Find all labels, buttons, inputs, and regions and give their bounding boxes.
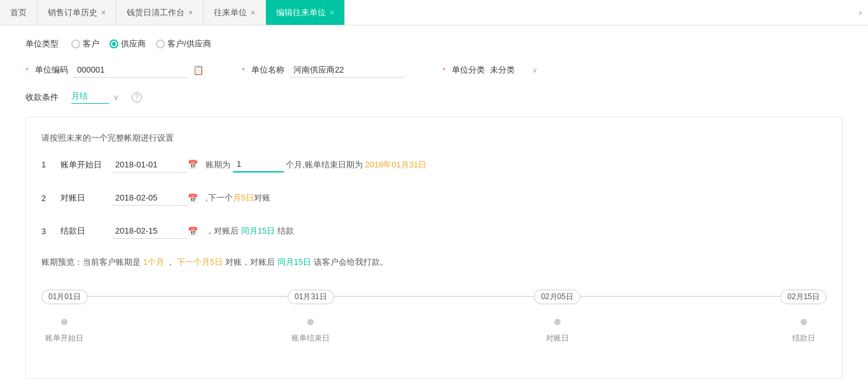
tl-badge-4: 02月15日 (780, 290, 827, 304)
start-date-cal-icon[interactable]: 📅 (188, 160, 198, 169)
main-content: 单位类型 客户 供应商 客户/供应商 * 单位编码 000001 📋 * (0, 25, 868, 387)
tl-badge-2: 01月31日 (288, 290, 334, 304)
tab-edit-partner[interactable]: 编辑往来单位 × (266, 0, 345, 25)
row-3-desc: ，对账后 (206, 225, 239, 237)
preview-pay-date: 同月15日 (277, 257, 311, 267)
payment-row: 收款条件 月结 ∨ ? (25, 90, 843, 104)
payment-arrow[interactable]: ∨ (113, 93, 119, 102)
tabs-bar: 首页 销售订单历史 × 钱货日清工作台 × 往来单位 × 编辑往来单位 × › (0, 0, 868, 25)
row-2-desc: ,下一个 (206, 192, 233, 204)
radio-customer-label: 客户 (83, 38, 99, 50)
tl-label-3: 对账日 (546, 333, 569, 344)
tab-sales-history-close[interactable]: × (101, 8, 106, 17)
setting-row-2: 2 对账日 📅 ,下一个月5日 对账 (41, 190, 827, 206)
radio-customer-circle (71, 39, 80, 48)
tab-cash-workbench[interactable]: 钱货日清工作台 × (116, 0, 204, 25)
timeline-point-4: 02月15日 结款日 (780, 290, 827, 344)
timeline-points: 01月01日 账单开始日 01月31日 账单结束日 02月05日 对账日 02月… (41, 290, 827, 344)
tab-home[interactable]: 首页 (0, 0, 38, 25)
row-2-desc2: 对账 (254, 192, 270, 204)
setting-row-1: 1 账单开始日 📅 账期为 个月,账单结束日期为 2018年01月31日 (41, 157, 827, 172)
row-2-month-highlight: 月5日 (233, 192, 254, 204)
row-3-desc2: 结款 (277, 225, 294, 237)
tl-dot-4 (801, 319, 807, 325)
payment-help-icon[interactable]: ? (132, 92, 142, 102)
tab-home-label: 首页 (10, 7, 27, 18)
preview-text: 账期预览：当前客户账期是 1个月 ， 下一个月5日 对账，对账后 同月15日 该… (41, 257, 827, 268)
preview-next-date: 下一个月5日 (177, 257, 223, 267)
row-1-label: 账单开始日 (60, 159, 111, 171)
recon-date-input[interactable] (111, 190, 188, 206)
unit-category-dropdown: 未分类 ∨ (490, 64, 538, 76)
row-3-teal-highlight: 同月15日 (241, 225, 275, 237)
timeline-point-2: 01月31日 账单结束日 (288, 290, 334, 344)
unit-category-arrow[interactable]: ∨ (532, 66, 538, 74)
start-date-input[interactable] (111, 157, 188, 172)
timeline: 01月01日 账单开始日 01月31日 账单结束日 02月05日 对账日 02月… (41, 283, 827, 363)
payment-dropdown: 月结 ∨ (71, 90, 119, 104)
tab-edit-partner-label: 编辑往来单位 (276, 7, 326, 18)
payment-date-input[interactable] (111, 223, 188, 239)
preview-period: 1个月 (143, 257, 164, 267)
tab-cash-workbench-label: 钱货日清工作台 (127, 7, 185, 18)
tab-edit-partner-close[interactable]: × (330, 8, 334, 17)
unit-category-value: 未分类 (490, 64, 528, 76)
unit-code-doc-icon[interactable]: 📋 (193, 65, 204, 75)
tab-sales-history[interactable]: 销售订单历史 × (38, 0, 116, 25)
row-3-label: 结款日 (60, 225, 111, 237)
row-1-num: 1 (41, 160, 60, 169)
row-1-end-date: 2018年01月31日 (365, 159, 427, 171)
unit-category-group: * 单位分类 未分类 ∨ (442, 64, 538, 76)
tl-label-2: 账单结束日 (291, 333, 330, 344)
unit-info-row: * 单位编码 000001 📋 * 单位名称 河南供应商22 * 单位分类 未分… (25, 62, 843, 78)
payment-label: 收款条件 (25, 92, 59, 103)
unit-category-required: * (442, 66, 445, 75)
row-3-num: 3 (41, 227, 60, 236)
payment-date-cal-icon[interactable]: 📅 (188, 227, 198, 236)
radio-customer-supplier-label: 客户/供应商 (167, 38, 211, 50)
unit-code-group: * 单位编码 000001 📋 (25, 62, 204, 78)
radio-customer-supplier[interactable]: 客户/供应商 (156, 38, 211, 50)
unit-code-required: * (25, 66, 29, 75)
tab-partner[interactable]: 往来单位 × (204, 0, 266, 25)
unit-name-required: * (242, 66, 245, 75)
radio-supplier-label: 供应商 (121, 38, 146, 50)
tl-dot-1 (61, 319, 67, 325)
settings-card: 请按照未来的一个完整帐期进行设置 1 账单开始日 📅 账期为 个月,账单结束日期… (25, 116, 843, 379)
tl-dot-2 (307, 319, 314, 325)
radio-supplier[interactable]: 供应商 (109, 38, 146, 50)
tab-sales-history-label: 销售订单历史 (48, 7, 97, 18)
preview-mid: 对账，对账后 (225, 257, 275, 267)
radio-customer[interactable]: 客户 (71, 38, 99, 50)
tl-label-1: 账单开始日 (45, 333, 83, 344)
period-input[interactable] (233, 157, 284, 172)
unit-code-label: 单位编码 (35, 64, 68, 76)
unit-type-radio-group: 客户 供应商 客户/供应商 (71, 38, 211, 50)
row-1-desc-prefix: 账期为 (206, 159, 230, 171)
row-1-desc-suffix: 个月,账单结束日期为 (286, 159, 363, 171)
tab-cash-workbench-close[interactable]: × (188, 8, 193, 17)
recon-date-cal-icon[interactable]: 📅 (188, 194, 198, 203)
tl-badge-1: 01月01日 (41, 290, 88, 304)
tl-badge-3: 02月05日 (534, 290, 580, 304)
unit-name-label: 单位名称 (251, 64, 284, 76)
tab-more-button[interactable]: › (853, 0, 868, 25)
radio-supplier-circle (109, 39, 118, 48)
preview-prefix: 账期预览：当前客户账期是 (41, 257, 141, 267)
radio-customer-supplier-circle (156, 39, 165, 48)
timeline-point-3: 02月05日 对账日 (534, 290, 580, 344)
row-2-num: 2 (41, 194, 60, 203)
timeline-point-1: 01月01日 账单开始日 (41, 290, 88, 344)
tab-partner-close[interactable]: × (251, 8, 255, 17)
unit-name-input[interactable]: 河南供应商22 (290, 62, 404, 78)
unit-type-row: 单位类型 客户 供应商 客户/供应商 (25, 38, 843, 50)
unit-type-label: 单位类型 (25, 38, 59, 50)
tl-dot-3 (554, 319, 561, 325)
payment-value: 月结 (71, 90, 109, 104)
preview-sep1: ， (166, 257, 174, 267)
row-2-label: 对账日 (60, 192, 111, 204)
tl-label-4: 结款日 (792, 333, 815, 344)
unit-code-input[interactable]: 000001 (73, 62, 188, 78)
preview-suffix: 该客户会给我打款。 (314, 257, 388, 267)
unit-name-group: * 单位名称 河南供应商22 (242, 62, 404, 78)
